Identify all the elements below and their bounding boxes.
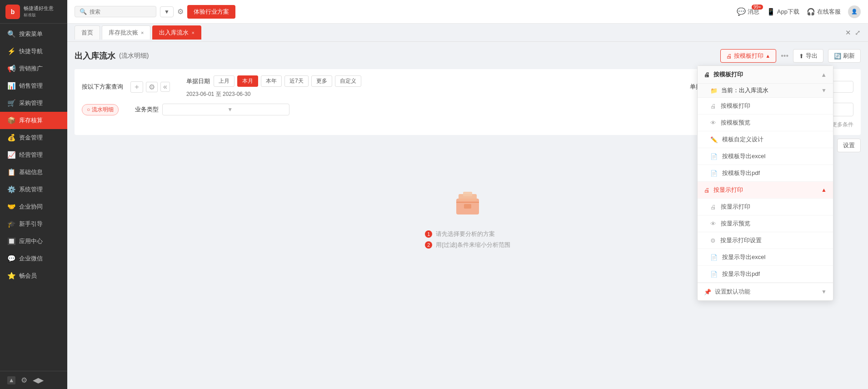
export-button[interactable]: ⬆ 导出: [793, 49, 823, 63]
refresh-button[interactable]: 🔄 刷新: [828, 49, 861, 63]
empty-hint-2: 用[过滤]条件来缩小分析范围: [425, 239, 510, 250]
sidebar-item-label-operation: 经营管理: [19, 151, 43, 159]
sidebar-item-system[interactable]: ⚙️ 系统管理: [0, 181, 67, 198]
dropdown-item-display-pdf[interactable]: 📄 按显示导出pdf: [698, 266, 833, 283]
date-btn-7days[interactable]: 近7天: [284, 75, 309, 87]
collapse-sidebar-icon[interactable]: ◀▶: [33, 376, 44, 384]
inventory-icon: 📦: [7, 116, 15, 125]
date-btn-more[interactable]: 更多: [311, 75, 332, 87]
page-actions-wrapper: 🖨 按模板打印 ▲ ••• ⬆ 导出 🔄 刷新: [720, 49, 861, 63]
sidebar-item-label-search: 搜索菜单: [19, 30, 43, 38]
collapse-filter-icon[interactable]: «: [160, 82, 170, 92]
date-btn-this-month[interactable]: 本月: [237, 75, 258, 87]
dropdown-set-default[interactable]: 📌 设置默认功能 ▼: [698, 283, 833, 300]
user-avatar[interactable]: 👤: [848, 5, 861, 18]
edit-icon-sm: ✏️: [710, 136, 718, 143]
current-template-arrow[interactable]: ▼: [821, 87, 827, 94]
filter-tag-liushui: ○ 流水明细: [82, 104, 119, 115]
panel-scroll-up-arrow[interactable]: ▲: [821, 71, 827, 78]
gear-icon[interactable]: ⚙: [177, 7, 184, 16]
dropdown-item-template-preview-label: 按模板预览: [721, 119, 750, 127]
settings-icon[interactable]: ⚙: [21, 376, 27, 384]
logo-area: b 畅捷通好生意 标准版: [0, 0, 67, 24]
dropdown-section-display[interactable]: 🖨 按显示打印 ▲: [698, 182, 833, 199]
tab-batch-label: 库存批次账: [109, 29, 138, 37]
sidebar-item-finance[interactable]: 💰 资金管理: [0, 129, 67, 146]
plus-icon[interactable]: ＋: [130, 81, 143, 93]
filter-add-btns[interactable]: ＋ ⚙ «: [130, 81, 170, 93]
sidebar-item-basic[interactable]: 📋 基础信息: [0, 164, 67, 181]
sidebar-item-shortcut[interactable]: ⚡ 快捷导航: [0, 43, 67, 60]
dropdown-item-template-excel[interactable]: 📄 按模板导出excel: [698, 148, 833, 165]
display-pdf-icon: 📄: [710, 271, 718, 278]
dropdown-item-display-excel[interactable]: 📄 按显示导出excel: [698, 249, 833, 266]
dropdown-arrow-btn[interactable]: ▼: [160, 6, 174, 17]
eye-icon-sm: 👁: [710, 120, 716, 126]
dropdown-item-template-pdf[interactable]: 📄 按模板导出pdf: [698, 165, 833, 182]
tab-home[interactable]: 首页: [75, 25, 100, 40]
dropdown-item-display-preview[interactable]: 👁 按显示预览: [698, 215, 833, 232]
tab-flow-close-icon[interactable]: ×: [191, 30, 194, 35]
dropdown-item-template-custom-label: 模板自定义设计: [722, 135, 763, 144]
search-box[interactable]: 🔍: [75, 6, 156, 17]
business-type-select[interactable]: ▼: [162, 104, 289, 115]
dropdown-section-display-label: 按显示打印: [713, 186, 743, 194]
app-download-button[interactable]: 📱 App下载: [767, 8, 799, 16]
search-input[interactable]: [90, 9, 151, 15]
sidebar-item-appstore[interactable]: 🔲 应用中心: [0, 233, 67, 250]
dropdown-title: 按模板打印: [713, 70, 743, 79]
current-template-label: 当前：出入库流水: [721, 86, 768, 95]
expand-tab-button[interactable]: ⤢: [855, 29, 861, 37]
dropdown-item-template-preview[interactable]: 👁 按模板预览: [698, 115, 833, 131]
sidebar-item-operation[interactable]: 📈 经营管理: [0, 146, 67, 164]
messages-button[interactable]: 💬 消息 99+: [737, 7, 759, 16]
close-all-tabs-button[interactable]: ✕: [845, 29, 851, 37]
try-industry-button[interactable]: 体验行业方案: [187, 5, 235, 19]
system-icon: ⚙️: [7, 185, 15, 194]
page-header: 出入库流水 (流水明细) 🖨 按模板打印 ▲ ••• ⬆ 导出 🔄: [75, 49, 861, 63]
sidebar-item-search[interactable]: 🔍 搜索菜单: [0, 25, 67, 43]
dropdown-item-template-excel-label: 按模板导出excel: [722, 152, 765, 160]
tab-batch-close-icon[interactable]: ×: [141, 30, 144, 35]
sidebar-item-marketing[interactable]: 📢 营销推广: [0, 60, 67, 77]
dropdown-item-template-custom[interactable]: ✏️ 模板自定义设计: [698, 131, 833, 148]
dropdown-item-template-print[interactable]: 🖨 按模板打印: [698, 98, 833, 115]
dropdown-footer-label: 设置默认功能: [715, 288, 750, 296]
tab-flow[interactable]: 出入库流水 ×: [152, 25, 201, 40]
dropdown-item-display-print[interactable]: 🖨 按显示打印: [698, 199, 833, 215]
date-btn-custom[interactable]: 自定义: [335, 75, 361, 87]
sidebar-nav: 🔍 搜索菜单 ⚡ 快捷导航 📢 营销推广 📊 销售管理 🛒 采购管理 📦: [0, 24, 67, 371]
tab-batch[interactable]: 库存批次账 ×: [102, 25, 150, 40]
dropdown-item-display-settings[interactable]: ⚙ 按显示打印设置: [698, 232, 833, 249]
settings-filter-icon[interactable]: ⚙: [146, 82, 158, 92]
online-service-button[interactable]: 🎧 在线客服: [807, 8, 841, 16]
sidebar-item-inventory[interactable]: 📦 库存核算: [0, 112, 67, 129]
filter-label: 按以下方案查询: [82, 83, 123, 91]
more-dots-icon[interactable]: •••: [781, 52, 788, 60]
set-default-icon: 📌: [704, 289, 711, 295]
sidebar-item-member[interactable]: ⭐ 畅会员: [0, 267, 67, 284]
sidebar-scroll-up[interactable]: ▲: [7, 376, 15, 384]
page-title: 出入库流水: [75, 50, 115, 61]
print-template-button[interactable]: 🖨 按模板打印 ▲: [720, 49, 776, 63]
dropdown-item-display-preview-label: 按显示预览: [721, 219, 750, 228]
settings-button[interactable]: 设置: [837, 139, 861, 152]
date-btn-last-month[interactable]: 上月: [214, 75, 234, 87]
sidebar-item-guide[interactable]: 🎓 新手引导: [0, 215, 67, 233]
export-icon: ⬆: [799, 53, 804, 60]
sidebar-item-wechat[interactable]: 💬 企业微信: [0, 250, 67, 267]
section-collapse-icon[interactable]: ▲: [821, 187, 827, 193]
top-bar-right: 💬 消息 99+ 📱 App下载 🎧 在线客服 👤: [737, 5, 861, 18]
business-type-group: 业务类型 ▼: [135, 104, 289, 115]
date-btn-this-year[interactable]: 本年: [261, 75, 282, 87]
logo-badge: 标准版: [24, 12, 54, 18]
excel-icon-sm: 📄: [710, 153, 718, 160]
date-range-display: 2023-06-01 至 2023-06-30: [186, 90, 361, 98]
sidebar-item-purchase[interactable]: 🛒 采购管理: [0, 95, 67, 112]
printer-icon-sm: 🖨: [710, 103, 716, 110]
print-dropdown-panel: 🖨 按模板打印 ▲ 📁 当前：出入库流水 ▼: [697, 65, 833, 301]
sidebar-item-collab[interactable]: 🤝 企业协同: [0, 198, 67, 215]
sidebar-item-sales[interactable]: 📊 销售管理: [0, 77, 67, 95]
filter-tag-label: 流水明细: [92, 106, 114, 114]
main-area: 🔍 ▼ ⚙ 体验行业方案 💬 消息 99+ 📱 App下载 🎧: [67, 0, 868, 389]
